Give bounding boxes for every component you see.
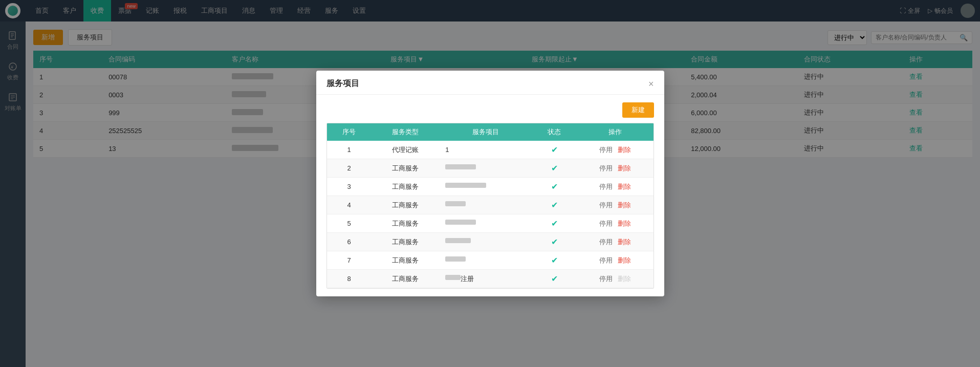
modal-cell-status: ✔: [532, 251, 577, 270]
status-check-icon: ✔: [551, 256, 558, 265]
item-text: 注册: [461, 275, 474, 283]
status-check-icon: ✔: [551, 182, 558, 191]
modal-cell-seq: 2: [327, 159, 372, 178]
modal-cell-item: [439, 214, 532, 233]
modal-col-action: 操作: [577, 123, 653, 141]
modal-cell-action[interactable]: 停用 删除: [577, 196, 653, 214]
modal-cell-status: ✔: [532, 214, 577, 233]
modal-cell-action[interactable]: 停用 删除: [577, 141, 653, 159]
modal-cell-type: 工商服务: [372, 159, 440, 178]
modal-cell-seq: 5: [327, 214, 372, 233]
stop-btn[interactable]: 停用: [599, 201, 613, 209]
modal-cell-type: 代理记账: [372, 141, 440, 159]
modal-table-row: 1 代理记账 1 ✔ 停用 删除: [327, 141, 654, 159]
modal-overlay[interactable]: 服务项目 × 新建 序号 服务类型 服务项目 状态 操作: [0, 0, 980, 367]
item-text: 1: [445, 146, 449, 154]
modal-cell-type: 工商服务: [372, 214, 440, 233]
modal-cell-status: ✔: [532, 159, 577, 178]
modal-cell-action[interactable]: 停用 删除: [577, 270, 653, 288]
status-check-icon: ✔: [551, 274, 558, 283]
status-check-icon: ✔: [551, 164, 558, 172]
modal-cell-action[interactable]: 停用 删除: [577, 159, 653, 178]
modal-cell-item: [439, 233, 532, 251]
delete-btn[interactable]: 删除: [618, 238, 631, 246]
modal-cell-type: 工商服务: [372, 178, 440, 196]
modal-table-row: 4 工商服务 ✔ 停用 删除: [327, 196, 654, 214]
stop-btn[interactable]: 停用: [599, 256, 613, 264]
delete-btn[interactable]: 删除: [618, 164, 631, 172]
modal-body: 新建 序号 服务类型 服务项目 状态 操作 1 代理记账: [316, 95, 664, 296]
modal-table-wrap[interactable]: 序号 服务类型 服务项目 状态 操作 1 代理记账 1 ✔ 停用 删除 2 工商…: [326, 123, 654, 289]
modal-cell-action[interactable]: 停用 删除: [577, 233, 653, 251]
modal-table-row: 2 工商服务 ✔ 停用 删除: [327, 159, 654, 178]
modal-cell-item: [439, 178, 532, 196]
modal-cell-seq: 6: [327, 233, 372, 251]
stop-btn[interactable]: 停用: [599, 183, 613, 190]
modal-table-row: 3 工商服务 ✔ 停用 删除: [327, 178, 654, 196]
modal-cell-seq: 8: [327, 270, 372, 288]
modal-table: 序号 服务类型 服务项目 状态 操作 1 代理记账 1 ✔ 停用 删除 2 工商…: [327, 123, 654, 288]
modal-cell-item: [439, 159, 532, 178]
stop-btn[interactable]: 停用: [599, 146, 613, 154]
status-check-icon: ✔: [551, 201, 558, 209]
modal-close-btn[interactable]: ×: [648, 79, 654, 89]
modal-cell-type: 工商服务: [372, 251, 440, 270]
modal-cell-type: 工商服务: [372, 233, 440, 251]
modal-cell-type: 工商服务: [372, 270, 440, 288]
modal-cell-seq: 4: [327, 196, 372, 214]
modal-col-item: 服务项目: [439, 123, 532, 141]
stop-btn[interactable]: 停用: [599, 164, 613, 172]
modal-toolbar: 新建: [326, 102, 654, 118]
modal-cell-status: ✔: [532, 233, 577, 251]
delete-btn[interactable]: 删除: [618, 256, 631, 264]
modal-cell-type: 工商服务: [372, 196, 440, 214]
modal-cell-status: ✔: [532, 270, 577, 288]
stop-btn[interactable]: 停用: [599, 238, 613, 246]
modal-header: 服务项目 ×: [316, 71, 664, 95]
status-check-icon: ✔: [551, 238, 558, 246]
modal-cell-status: ✔: [532, 141, 577, 159]
stop-btn[interactable]: 停用: [599, 220, 613, 227]
delete-btn[interactable]: 删除: [618, 275, 631, 283]
modal-title: 服务项目: [326, 78, 359, 89]
modal-cell-status: ✔: [532, 178, 577, 196]
modal-cell-item: [439, 251, 532, 270]
modal-cell-item: 1: [439, 141, 532, 159]
modal-table-row: 8 工商服务 注册 ✔ 停用 删除: [327, 270, 654, 288]
modal-table-row: 7 工商服务 ✔ 停用 删除: [327, 251, 654, 270]
modal-new-btn[interactable]: 新建: [622, 102, 654, 118]
modal-table-row: 5 工商服务 ✔ 停用 删除: [327, 214, 654, 233]
modal-cell-action[interactable]: 停用 删除: [577, 178, 653, 196]
modal-cell-item: 注册: [439, 270, 532, 288]
delete-btn[interactable]: 删除: [618, 201, 631, 209]
modal-cell-seq: 7: [327, 251, 372, 270]
modal-col-type: 服务类型: [372, 123, 440, 141]
delete-btn[interactable]: 删除: [618, 220, 631, 227]
modal-cell-action[interactable]: 停用 删除: [577, 251, 653, 270]
modal-service-items: 服务项目 × 新建 序号 服务类型 服务项目 状态 操作: [316, 71, 664, 296]
delete-btn[interactable]: 删除: [618, 183, 631, 190]
modal-col-status: 状态: [532, 123, 577, 141]
delete-btn[interactable]: 删除: [618, 146, 631, 154]
status-check-icon: ✔: [551, 219, 558, 228]
modal-cell-action[interactable]: 停用 删除: [577, 214, 653, 233]
modal-table-row: 6 工商服务 ✔ 停用 删除: [327, 233, 654, 251]
modal-cell-seq: 3: [327, 178, 372, 196]
stop-btn[interactable]: 停用: [599, 275, 613, 283]
modal-col-seq: 序号: [327, 123, 372, 141]
status-check-icon: ✔: [551, 145, 558, 154]
modal-cell-item: [439, 196, 532, 214]
modal-cell-status: ✔: [532, 196, 577, 214]
modal-cell-seq: 1: [327, 141, 372, 159]
